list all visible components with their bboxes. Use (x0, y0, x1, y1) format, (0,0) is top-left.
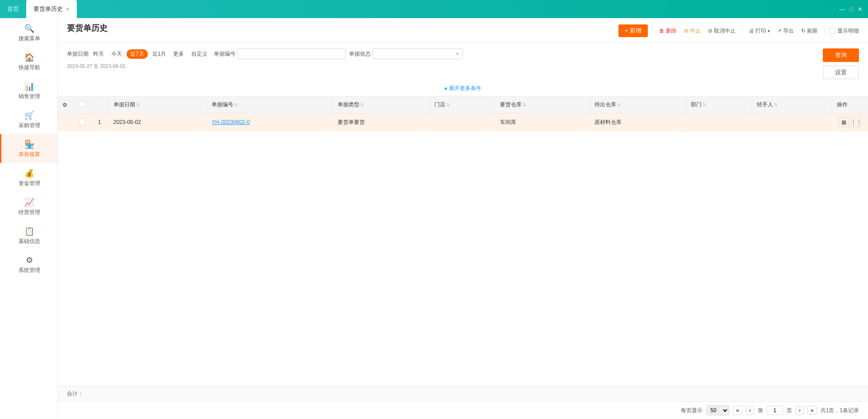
row-view-icon[interactable]: ▦ (839, 117, 849, 127)
stop-button[interactable]: ⊘ 中止 (682, 26, 703, 36)
col-date[interactable]: 单据日期⇅ (108, 96, 207, 114)
window-controls: — □ ✕ (839, 6, 868, 13)
minimize-icon[interactable]: — (839, 6, 845, 13)
sidebar-item-sales-label: 销售管理 (19, 93, 40, 100)
sidebar-item-base-info[interactable]: 📋 基础信息 (0, 221, 57, 250)
data-table: ⚙ 单据日期⇅ 单据编号⇅ 单据类型⇅ (58, 96, 868, 131)
row-wait-warehouse-cell: 原材料仓库 (590, 114, 686, 131)
display-detail-check[interactable]: 显示明细 (829, 27, 859, 35)
sidebar-item-sales[interactable]: 📊 销售管理 (0, 76, 57, 105)
sidebar-item-inventory[interactable]: 🏪 库存核算 (0, 134, 57, 163)
row-order-no-cell[interactable]: YH-20230602-0 (207, 114, 333, 131)
display-detail-checkbox[interactable] (829, 28, 835, 34)
refresh-icon: ↻ (801, 28, 806, 34)
row-setting-cell (58, 114, 74, 131)
table-body: 1 2023-06-02 YH-20230602-0 要货单要货 车间库 原材料… (58, 114, 868, 131)
export-button[interactable]: ↗ 导出 (775, 26, 796, 36)
tab-close-icon[interactable]: ✕ (66, 6, 70, 12)
date-btn-yesterday[interactable]: 昨天 (90, 49, 107, 59)
setting-button[interactable]: 设置 (823, 66, 859, 79)
sidebar-item-operations[interactable]: 📈 经营管理 (0, 192, 57, 221)
prev-page-btn[interactable]: ‹ (746, 406, 754, 415)
sidebar-item-finance[interactable]: 💰 资金管理 (0, 163, 57, 192)
cancel-stop-button[interactable]: ⊘ 取消中止 (706, 26, 737, 36)
page-input[interactable] (767, 406, 783, 415)
row-actions-cell: ▦ ⋮⋮ (832, 114, 868, 131)
refresh-button[interactable]: ↻ 刷新 (799, 26, 820, 36)
tab-bar: 首页 要货单历史 ✕ (0, 0, 839, 18)
sidebar-item-search[interactable]: 🔍 搜索菜单 (0, 18, 57, 47)
date-filter-label: 单据日期 (67, 50, 89, 58)
col-store[interactable]: 门店⇅ (429, 96, 495, 114)
col-order-no[interactable]: 单据编号⇅ (207, 96, 333, 114)
first-page-btn[interactable]: « (733, 406, 742, 415)
maximize-icon[interactable]: □ (849, 6, 853, 13)
sort-date-icon: ⇅ (136, 102, 140, 107)
query-button[interactable]: 查询 (823, 48, 859, 62)
row-type-cell: 要货单要货 (333, 114, 430, 131)
order-no-link[interactable]: YH-20230602-0 (212, 119, 250, 125)
print-button[interactable]: 🖨 打印 ▾ (747, 26, 772, 36)
row-checkbox-cell[interactable] (74, 114, 90, 131)
status-label: 单据状态 (349, 50, 371, 58)
stop-icon: ⊘ (684, 28, 689, 34)
sort-waitwh-icon: ⇅ (617, 102, 621, 107)
status-select[interactable]: ▾ (373, 48, 463, 59)
date-filter-btns: 昨天 今天 近7天 近1月 更多 自定义 (90, 49, 210, 59)
inventory-icon: 🏪 (24, 140, 34, 148)
filter-expand-row: ▾ 展开更多条件 (58, 79, 868, 96)
print-icon: 🖨 (749, 28, 754, 34)
pagination-bar: 每页显示 50 100 200 « ‹ 第 页 › » 共1页，1条记录 (58, 401, 868, 419)
main-layout: 🔍 搜索菜单 🏠 快捷导航 📊 销售管理 🛒 采购管理 🏪 库存核算 💰 资金管… (0, 18, 868, 419)
col-num (90, 96, 108, 114)
total-info: 共1页，1条记录 (821, 407, 859, 414)
row-handler-cell (752, 114, 832, 131)
table-row: 1 2023-06-02 YH-20230602-0 要货单要货 车间库 原材料… (58, 114, 868, 131)
sort-handler-icon: ⇅ (774, 102, 778, 107)
next-page-btn[interactable]: › (796, 406, 804, 415)
date-btn-today[interactable]: 今天 (108, 49, 125, 59)
last-page-btn[interactable]: » (807, 406, 817, 415)
sidebar-item-nav-label: 快捷导航 (19, 64, 40, 71)
col-dept[interactable]: 部门⇅ (686, 96, 752, 114)
date-btn-7days[interactable]: 近7天 (127, 49, 148, 59)
sort-store-icon: ⇅ (446, 102, 450, 107)
cancel-stop-icon: ⊘ (708, 28, 712, 34)
sidebar-item-base-info-label: 基础信息 (19, 238, 40, 245)
col-handler[interactable]: 经手人⇅ (752, 96, 832, 114)
col-type[interactable]: 单据类型⇅ (333, 96, 430, 114)
row-num-cell: 1 (90, 114, 108, 131)
filter-area: 单据日期 昨天 今天 近7天 近1月 更多 自定义 单据编号 (58, 43, 868, 79)
tab-order-history[interactable]: 要货单历史 ✕ (26, 0, 77, 18)
row-checkbox[interactable] (79, 119, 85, 125)
new-button[interactable]: + 新增 (618, 24, 648, 37)
col-req-warehouse[interactable]: 要货仓库⇅ (495, 96, 590, 114)
tab-home[interactable]: 首页 (0, 0, 26, 18)
sidebar-item-nav[interactable]: 🏠 快捷导航 (0, 47, 57, 76)
date-btn-custom[interactable]: 自定义 (189, 49, 210, 59)
row-more-icon[interactable]: ⋮⋮ (851, 117, 861, 127)
page-header: 要货单历史 + 新增 🗑 删除 ⊘ 中止 ⊘ 取消中止 (58, 18, 868, 43)
date-btn-1month[interactable]: 近1月 (150, 49, 169, 59)
col-setting[interactable]: ⚙ (58, 96, 74, 114)
sort-reqwh-icon: ⇅ (523, 102, 526, 107)
expand-filter-button[interactable]: ▾ 展开更多条件 (444, 85, 481, 92)
sort-type-icon: ⇅ (360, 102, 364, 107)
summary-label: 合计： (67, 390, 83, 398)
expand-icon: ▾ (444, 86, 447, 92)
order-no-input[interactable] (237, 48, 346, 59)
sort-orderno-icon: ⇅ (234, 102, 238, 107)
col-wait-warehouse[interactable]: 待出仓库⇅ (590, 96, 686, 114)
sidebar-item-operations-label: 经营管理 (19, 209, 40, 216)
top-bar: 首页 要货单历史 ✕ — □ ✕ (0, 0, 868, 18)
page-size-select[interactable]: 50 100 200 (706, 405, 729, 415)
sidebar-item-purchase[interactable]: 🛒 采购管理 (0, 105, 57, 134)
sidebar-item-system[interactable]: ⚙ 系统管理 (0, 250, 57, 279)
select-all-checkbox[interactable] (79, 101, 85, 107)
col-checkbox-all[interactable] (74, 96, 90, 114)
date-btn-more[interactable]: 更多 (170, 49, 187, 59)
close-window-icon[interactable]: ✕ (858, 6, 863, 13)
page-title: 要货单历史 (67, 23, 108, 33)
print-dropdown-icon[interactable]: ▾ (768, 29, 770, 33)
delete-button[interactable]: 🗑 删除 (657, 26, 679, 36)
